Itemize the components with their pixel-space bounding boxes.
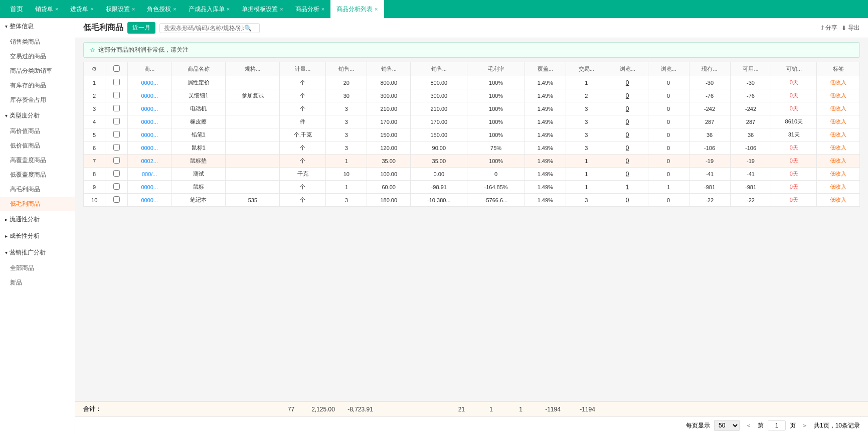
row-qty: 1	[326, 155, 367, 168]
sidebar-item-low-value[interactable]: 低价值商品	[0, 138, 75, 153]
sidebar-item-new-goods[interactable]: 新品	[0, 275, 75, 290]
row-stock: 36	[689, 128, 730, 141]
col-sale-amount: 销售...	[411, 62, 467, 76]
row-name: 鼠标	[171, 181, 226, 194]
prev-page-button[interactable]: ＜	[744, 421, 754, 430]
row-checkbox-cell[interactable]	[105, 155, 128, 168]
col-settings[interactable]: ⚙	[84, 62, 105, 76]
row-amount: 120.00	[367, 141, 411, 155]
row-trade: 0	[607, 102, 648, 115]
sidebar-item-all-goods[interactable]: 全部商品	[0, 261, 75, 275]
row-amount: 800.00	[367, 76, 411, 89]
nav-close-product-entry[interactable]: ×	[227, 6, 230, 12]
trade-link[interactable]: 0	[626, 144, 629, 152]
row-checkbox[interactable]	[113, 79, 120, 85]
row-checkbox-cell[interactable]	[105, 141, 128, 155]
nav-home[interactable]: 首页	[4, 0, 29, 18]
sidebar-group-circulation[interactable]: ▸ 流通性分析	[0, 211, 75, 228]
sidebar-item-high-value[interactable]: 高价值商品	[0, 124, 75, 138]
sidebar-item-category-rate[interactable]: 商品分类助销率	[0, 64, 75, 78]
row-sale-amount: 150.00	[411, 128, 467, 141]
trade-link[interactable]: 0	[626, 105, 629, 112]
nav-close-roles[interactable]: ×	[173, 6, 176, 12]
content-area: 低毛利商品 近一月 🔍 ⤴ 分享 ⬇ 导出 ☆ 这部分商品的利润非常低，请关注	[75, 18, 868, 434]
trade-link[interactable]: 0	[626, 158, 629, 165]
select-all-checkbox[interactable]	[113, 65, 120, 72]
data-table: ⚙ 商... 商品名称 规格... 计量... 销售... 销售... 销售..…	[83, 62, 860, 207]
nav-goods-analysis[interactable]: 商品分析 ×	[289, 0, 330, 18]
sidebar-group-growth[interactable]: ▸ 成长性分析	[0, 228, 75, 244]
sidebar-item-high-profit[interactable]: 高毛利商品	[0, 182, 75, 197]
row-checkbox[interactable]	[113, 170, 120, 177]
sidebar-item-high-coverage[interactable]: 高覆盖度商品	[0, 153, 75, 168]
row-sellable: 0天	[771, 76, 817, 89]
nav-sales[interactable]: 销货单 ×	[29, 0, 64, 18]
row-checkbox[interactable]	[113, 92, 120, 98]
row-checkbox-cell[interactable]	[105, 102, 128, 115]
col-checkbox[interactable]	[105, 62, 128, 76]
row-checkbox[interactable]	[113, 157, 120, 164]
period-button[interactable]: 近一月	[127, 22, 155, 34]
sidebar-item-stocked-goods[interactable]: 有库存的商品	[0, 78, 75, 93]
next-page-button[interactable]: ＞	[800, 421, 810, 430]
row-checkbox-cell[interactable]	[105, 194, 128, 207]
row-spec	[226, 155, 280, 168]
sidebar-item-sales-goods[interactable]: 销售类商品	[0, 35, 75, 49]
per-page-select[interactable]: 50 100	[714, 420, 740, 431]
nav-close-permissions[interactable]: ×	[132, 6, 135, 12]
sidebar-item-low-coverage[interactable]: 低覆盖度商品	[0, 168, 75, 182]
sidebar-group-type-analysis[interactable]: ▾ 类型度分析	[0, 107, 75, 124]
nav-roles[interactable]: 角色授权 ×	[141, 0, 182, 18]
trade-link[interactable]: 1	[626, 184, 629, 191]
sidebar-item-traded-goods[interactable]: 交易过的商品	[0, 49, 75, 64]
row-checkbox-cell[interactable]	[105, 168, 128, 181]
nav-close-goods-analysis[interactable]: ×	[321, 6, 324, 12]
trade-link[interactable]: 0	[626, 197, 629, 204]
nav-close-sales[interactable]: ×	[55, 6, 58, 12]
nav-template[interactable]: 单据模板设置 ×	[236, 0, 289, 18]
nav-permissions[interactable]: 权限设置 ×	[100, 0, 141, 18]
row-checkbox[interactable]	[113, 105, 120, 111]
col-unit: 计量...	[280, 62, 326, 76]
row-checkbox[interactable]	[113, 196, 120, 203]
sidebar-group-overview[interactable]: ▾ 整体信息	[0, 18, 75, 35]
row-checkbox-cell[interactable]	[105, 128, 128, 141]
row-mao-rate: 1.49%	[525, 141, 566, 155]
trade-link[interactable]: 0	[626, 131, 629, 138]
search-icon[interactable]: 🔍	[244, 25, 252, 32]
sidebar-item-low-profit[interactable]: 低毛利商品	[0, 197, 75, 211]
nav-goods-analysis-list[interactable]: 商品分析列表 ×	[330, 0, 384, 18]
share-button[interactable]: ⤴ 分享	[821, 24, 837, 32]
row-unit: 个	[280, 141, 326, 155]
row-checkbox[interactable]	[113, 183, 120, 190]
row-trade: 0	[607, 128, 648, 141]
sidebar-group-marketing[interactable]: ▾ 营销推广分析	[0, 244, 75, 261]
row-checkbox[interactable]	[113, 131, 120, 137]
page-input[interactable]	[768, 420, 786, 430]
row-checkbox-cell[interactable]	[105, 181, 128, 194]
trade-link[interactable]: 0	[626, 171, 629, 178]
row-unit: 个,千克	[280, 128, 326, 141]
table-container: ⚙ 商... 商品名称 规格... 计量... 销售... 销售... 销售..…	[75, 62, 868, 401]
trade-link[interactable]: 0	[626, 79, 629, 86]
row-checkbox[interactable]	[113, 118, 120, 124]
trade-link[interactable]: 0	[626, 92, 629, 99]
total-pages-label: 页	[790, 421, 796, 430]
sidebar-item-inventory-fund[interactable]: 库存资金占用	[0, 93, 75, 107]
row-qty: 3	[326, 194, 367, 207]
trade-link[interactable]: 0	[626, 118, 629, 125]
export-button[interactable]: ⬇ 导出	[841, 24, 860, 32]
row-checkbox-cell[interactable]	[105, 115, 128, 128]
row-checkbox-cell[interactable]	[105, 76, 128, 89]
nav-close-goods-analysis-list[interactable]: ×	[375, 6, 378, 12]
row-view1: 0	[648, 128, 689, 141]
row-available: 287	[730, 115, 771, 128]
row-checkbox[interactable]	[113, 144, 120, 151]
nav-close-template[interactable]: ×	[280, 6, 283, 12]
row-checkbox-cell[interactable]	[105, 89, 128, 102]
row-trade: 0	[607, 168, 648, 181]
nav-purchase[interactable]: 进货单 ×	[64, 0, 99, 18]
nav-product-entry[interactable]: 产成品入库单 ×	[183, 0, 236, 18]
nav-close-purchase[interactable]: ×	[90, 6, 93, 12]
search-input[interactable]	[164, 25, 244, 32]
